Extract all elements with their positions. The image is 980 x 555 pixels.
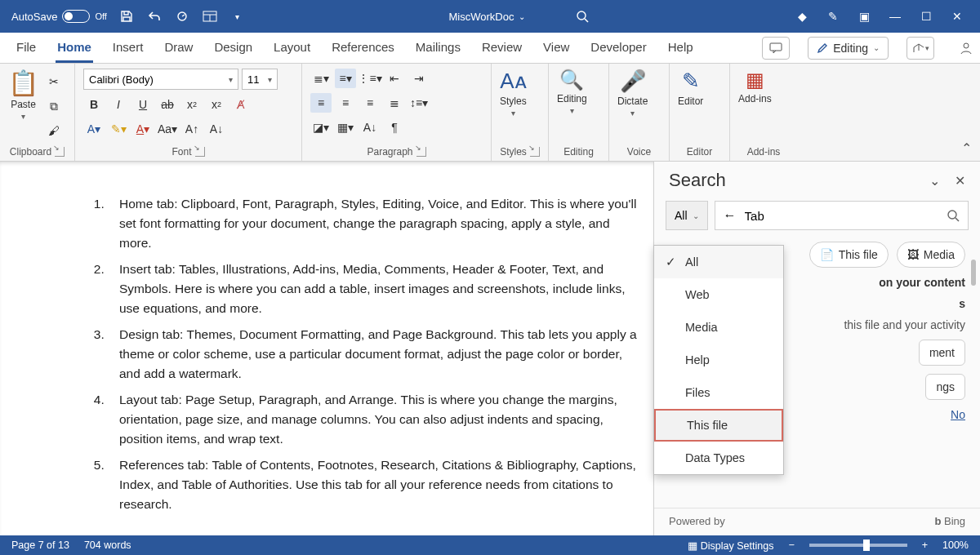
dialog-launcher-icon[interactable] bbox=[55, 147, 65, 157]
close-icon[interactable]: ✕ bbox=[955, 173, 965, 189]
tab-draw[interactable]: Draw bbox=[163, 35, 194, 60]
feedback-no-link[interactable]: No bbox=[951, 408, 965, 421]
dropdown-item-data-types[interactable]: Data Types bbox=[654, 442, 783, 474]
maximize-icon[interactable]: ☐ bbox=[918, 8, 934, 24]
format-painter-icon[interactable]: 🖌 bbox=[43, 121, 65, 140]
tab-help[interactable]: Help bbox=[666, 35, 695, 60]
sort-icon[interactable]: A↓ bbox=[359, 118, 381, 137]
minimize-icon[interactable]: — bbox=[887, 8, 903, 24]
quick-access-icon[interactable] bbox=[202, 8, 218, 24]
display-settings-button[interactable]: ▦ Display Settings bbox=[688, 539, 773, 552]
subscript-button[interactable]: x2 bbox=[181, 95, 203, 114]
styles-button[interactable]: AᴀStyles▾ bbox=[500, 69, 527, 118]
chip-media[interactable]: 🖼 Media bbox=[897, 242, 965, 268]
show-marks-icon[interactable]: ¶ bbox=[384, 118, 405, 137]
document-page[interactable]: Home tab: Clipboard, Font, Paragraph, St… bbox=[0, 162, 653, 535]
line-spacing-icon[interactable]: ↕≡▾ bbox=[408, 93, 430, 113]
zoom-value[interactable]: 100% bbox=[942, 539, 969, 551]
cut-icon[interactable]: ✂ bbox=[43, 72, 65, 91]
document-title[interactable]: MiscWorkDoc ⌄ bbox=[448, 11, 525, 23]
italic-button[interactable]: I bbox=[108, 95, 129, 114]
search-scope-button[interactable]: All ⌄ bbox=[666, 201, 708, 230]
highlight-icon[interactable]: ✎▾ bbox=[108, 119, 129, 139]
align-right-icon[interactable]: ≡ bbox=[359, 93, 381, 113]
comments-button[interactable] bbox=[762, 37, 790, 60]
dropdown-item-help[interactable]: Help bbox=[654, 344, 783, 376]
tab-mailings[interactable]: Mailings bbox=[414, 35, 462, 60]
clear-format-icon[interactable]: A̸ bbox=[230, 95, 252, 114]
zoom-slider[interactable] bbox=[809, 544, 907, 547]
font-color-icon[interactable]: A▾ bbox=[132, 119, 154, 139]
dialog-launcher-icon[interactable] bbox=[195, 147, 205, 157]
dialog-launcher-icon[interactable] bbox=[416, 147, 426, 157]
grow-font-icon[interactable]: A↑ bbox=[181, 119, 203, 139]
bullets-icon[interactable]: ≣▾ bbox=[310, 69, 332, 88]
tab-design[interactable]: Design bbox=[212, 35, 254, 60]
borders-icon[interactable]: ▦▾ bbox=[335, 118, 356, 137]
window-icon[interactable]: ▣ bbox=[856, 8, 872, 24]
page-indicator[interactable]: Page 7 of 13 bbox=[11, 539, 69, 551]
back-icon[interactable]: ← bbox=[724, 208, 737, 223]
chevron-down-icon[interactable]: ⌄ bbox=[929, 173, 940, 189]
multilevel-icon[interactable]: ⋮≡▾ bbox=[359, 69, 381, 88]
numbering-icon[interactable]: ≡▾ bbox=[335, 69, 356, 88]
tab-references[interactable]: References bbox=[330, 35, 396, 60]
addins-button[interactable]: ▦Add-ins bbox=[738, 69, 772, 104]
decrease-indent-icon[interactable]: ⇤ bbox=[384, 69, 405, 88]
autosave-toggle[interactable]: AutoSave Off bbox=[11, 10, 107, 23]
search-field[interactable] bbox=[745, 209, 938, 223]
close-icon[interactable]: ✕ bbox=[949, 8, 965, 24]
dropdown-item-this-file[interactable]: This file bbox=[654, 409, 783, 442]
dropdown-item-all[interactable]: ✓All bbox=[654, 246, 783, 278]
diamond-icon[interactable]: ◆ bbox=[794, 8, 810, 24]
underline-button[interactable]: U bbox=[132, 95, 154, 114]
strike-button[interactable]: ab bbox=[157, 95, 178, 114]
editing-mode-button[interactable]: Editing ⌄ bbox=[808, 37, 889, 60]
tab-file[interactable]: File bbox=[15, 35, 38, 60]
dictate-button[interactable]: 🎤Dictate▾ bbox=[617, 69, 648, 118]
search-icon[interactable] bbox=[574, 8, 590, 24]
search-input[interactable]: ← bbox=[715, 201, 969, 230]
word-count[interactable]: 704 words bbox=[84, 539, 131, 551]
scrollbar-thumb[interactable] bbox=[971, 260, 976, 286]
editor-button[interactable]: ✎Editor bbox=[678, 69, 703, 107]
tab-developer[interactable]: Developer bbox=[589, 35, 648, 60]
font-size-select[interactable]: 11▾ bbox=[242, 69, 278, 90]
collapse-ribbon-icon[interactable]: ⌃ bbox=[961, 140, 972, 156]
change-case-icon[interactable]: Aa▾ bbox=[157, 119, 178, 139]
tab-home[interactable]: Home bbox=[56, 35, 93, 63]
zoom-in-icon[interactable]: + bbox=[922, 539, 928, 551]
chip-this-file[interactable]: 📄 This file bbox=[809, 242, 889, 268]
dropdown-item-web[interactable]: Web bbox=[654, 278, 783, 311]
zoom-out-icon[interactable]: − bbox=[788, 539, 794, 551]
tab-insert[interactable]: Insert bbox=[111, 35, 145, 60]
justify-icon[interactable]: ≣ bbox=[384, 93, 405, 113]
brush-icon[interactable]: ✎ bbox=[825, 8, 841, 24]
chevron-down-icon[interactable]: ▾ bbox=[229, 8, 246, 24]
shading-icon[interactable]: ◪▾ bbox=[310, 118, 332, 137]
tab-review[interactable]: Review bbox=[480, 35, 523, 60]
account-icon[interactable] bbox=[952, 37, 980, 60]
shrink-font-icon[interactable]: A↓ bbox=[206, 119, 227, 139]
tab-layout[interactable]: Layout bbox=[272, 35, 312, 60]
align-left-icon[interactable]: ≡ bbox=[310, 93, 332, 113]
undo-icon[interactable] bbox=[146, 8, 163, 24]
share-button[interactable]: ▾ bbox=[906, 37, 934, 60]
superscript-button[interactable]: x2 bbox=[206, 95, 227, 114]
dialog-launcher-icon[interactable] bbox=[530, 147, 540, 157]
increase-indent-icon[interactable]: ⇥ bbox=[408, 69, 430, 88]
font-name-select[interactable]: Calibri (Body)▾ bbox=[83, 69, 238, 90]
editing-button[interactable]: 🔍Editing▾ bbox=[557, 69, 587, 115]
text-effects-icon[interactable]: A▾ bbox=[83, 119, 105, 139]
dropdown-item-files[interactable]: Files bbox=[654, 376, 783, 409]
align-center-icon[interactable]: ≡ bbox=[335, 93, 356, 113]
suggestion-pill[interactable]: ngs bbox=[925, 374, 965, 400]
suggestion-pill[interactable]: ment bbox=[919, 340, 965, 366]
dropdown-item-media[interactable]: Media bbox=[654, 311, 783, 344]
paste-button[interactable]: 📋 Paste ▾ bbox=[8, 69, 38, 121]
redo-icon[interactable] bbox=[174, 8, 190, 24]
copy-icon[interactable]: ⧉ bbox=[43, 96, 65, 116]
tab-view[interactable]: View bbox=[541, 35, 571, 60]
search-icon[interactable] bbox=[947, 209, 960, 222]
bold-button[interactable]: B bbox=[83, 95, 105, 114]
